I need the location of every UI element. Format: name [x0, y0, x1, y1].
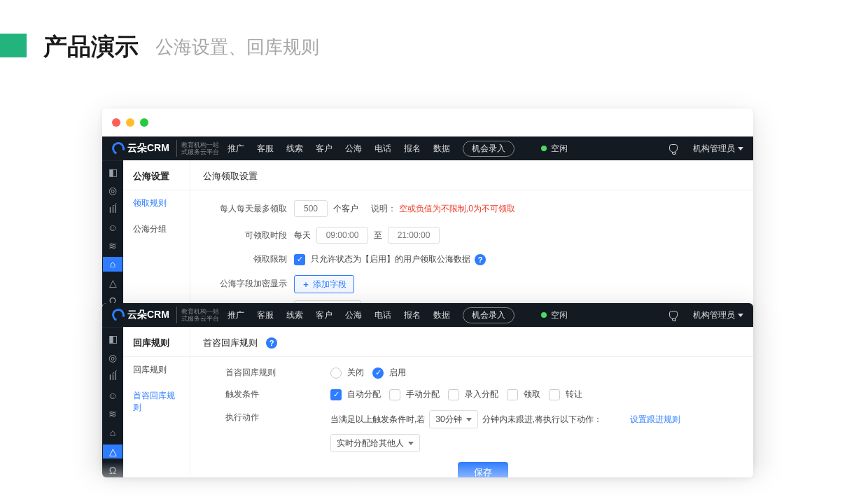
content-area-b: 首咨回库规则 ? 首咨回库规则 关闭 ✓ 启用 触发条	[190, 327, 753, 477]
check-transfer[interactable]: 转让	[549, 388, 582, 400]
nav-item-promotion[interactable]: 推广	[227, 309, 244, 321]
checkbox-restrict[interactable]: ✓	[294, 254, 305, 265]
input-time-to[interactable]	[388, 227, 440, 244]
opportunity-entry-button[interactable]: 机会录入	[463, 307, 514, 323]
brand-tagline-b: 教育机构一站 式服务云平台	[176, 307, 219, 323]
user-menu[interactable]: 机构管理员	[693, 309, 743, 321]
rail-icon-1[interactable]: ◧	[103, 332, 122, 346]
status-dot-icon	[541, 146, 547, 151]
label-trigger: 触发条件	[225, 388, 288, 400]
rail-icon-7-active[interactable]: △	[103, 444, 122, 459]
sidebar-b: 回库规则 回库规则 首咨回库规则	[123, 327, 190, 477]
nav-item-customers[interactable]: 客户	[316, 143, 332, 155]
rail-icon-2[interactable]: ◎	[103, 351, 122, 365]
sidebar-item-claim-rules[interactable]: 领取规则	[123, 190, 190, 216]
sidebar-item-first-consult[interactable]: 首咨回库规则	[123, 383, 190, 421]
status-text[interactable]: 空闲	[551, 143, 568, 155]
select-action[interactable]: 实时分配给其他人	[330, 434, 420, 452]
rail-icon-5[interactable]: ≋	[103, 407, 122, 421]
label-restrict: 领取限制	[203, 253, 294, 265]
rail-icon-3[interactable]: ıíĺ	[103, 370, 122, 384]
check-auto[interactable]: ✓自动分配	[330, 388, 381, 400]
link-follow-rules[interactable]: 设置跟进规则	[630, 414, 680, 426]
check-claim[interactable]: 领取	[507, 388, 540, 400]
rail-icon-7[interactable]: △	[103, 276, 122, 290]
sidebar: 公海设置 领取规则 公海分组	[123, 160, 190, 308]
select-timeout[interactable]: 30分钟	[429, 410, 477, 428]
action-sentence-1: 当满足以上触发条件时,若	[330, 414, 425, 426]
rail-icon-2[interactable]: ◎	[103, 183, 122, 197]
sidebar-title-b: 回库规则	[123, 327, 190, 357]
radio-on[interactable]: ✓ 启用	[372, 367, 406, 379]
nav-item-service[interactable]: 客服	[257, 143, 274, 155]
chevron-down-icon	[738, 314, 743, 317]
hint-limit: 说明：空或负值为不限制,0为不可领取	[371, 203, 515, 215]
sidebar-item-return-rules[interactable]: 回库规则	[123, 357, 190, 383]
nav-item-data[interactable]: 数据	[433, 309, 450, 321]
check-entry[interactable]: 录入分配	[448, 388, 498, 400]
input-time-from[interactable]	[316, 227, 368, 244]
chevron-down-icon	[408, 442, 414, 445]
chevron-down-icon	[738, 147, 743, 150]
nav-item-phone[interactable]: 电话	[374, 143, 391, 155]
rail-icon-3[interactable]: ıíĺ	[103, 202, 122, 216]
sidebar-title: 公海设置	[123, 160, 190, 190]
input-daily-limit[interactable]	[294, 200, 328, 217]
rail-icon-1[interactable]: ◧	[103, 165, 122, 179]
nav-item-service[interactable]: 客服	[257, 309, 274, 321]
brand-logo[interactable]: 云朵CRM	[112, 142, 169, 155]
radio-off-circle	[330, 368, 342, 379]
slide-title-band: 产品演示 公海设置、回库规则	[0, 31, 847, 63]
rail-icon-6[interactable]: ⌂	[103, 426, 122, 440]
zoom-dot-icon[interactable]	[140, 118, 148, 127]
bell-icon[interactable]	[669, 311, 678, 319]
rail-icon-5[interactable]: ≋	[103, 239, 122, 253]
time-mid: 至	[374, 230, 382, 241]
plus-icon: ＋	[302, 279, 310, 290]
rail-icon-4[interactable]: ☺	[103, 220, 122, 234]
radio-on-circle: ✓	[372, 368, 384, 379]
top-nav: 云朵CRM 教育机构一站 式服务云平台 推广 客服 线索 客户 公海 电话 报名…	[102, 136, 753, 160]
nav-item-publicsea[interactable]: 公海	[345, 143, 362, 155]
rail-icon-6-active[interactable]: ⌂	[103, 257, 122, 271]
status-text[interactable]: 空闲	[551, 309, 568, 321]
nav-item-phone[interactable]: 电话	[374, 309, 391, 321]
save-button[interactable]: 保存	[458, 462, 508, 477]
rail-icon-4[interactable]: ☺	[103, 388, 122, 402]
label-daily-limit: 每人每天最多领取	[203, 203, 294, 215]
brand-logo-b[interactable]: 云朵CRM	[112, 309, 169, 321]
nav-items: 推广 客服 线索 客户 公海 电话 报名 数据	[227, 143, 450, 155]
nav-item-promotion[interactable]: 推广	[227, 143, 244, 155]
help-icon[interactable]: ?	[475, 254, 486, 265]
opportunity-entry-button[interactable]: 机会录入	[463, 141, 514, 157]
nav-item-data[interactable]: 数据	[433, 143, 450, 155]
rail-icon-8[interactable]: Ω	[103, 463, 122, 477]
left-rail-b: ◧ ◎ ıíĺ ☺ ≋ ⌂ △ Ω	[102, 327, 123, 477]
radio-off[interactable]: 关闭	[330, 367, 364, 379]
nav-item-enroll[interactable]: 报名	[404, 143, 421, 155]
nav-item-leads[interactable]: 线索	[286, 309, 303, 321]
help-icon[interactable]: ?	[266, 337, 277, 349]
label-time-range: 可领取时段	[203, 230, 294, 241]
close-dot-icon[interactable]	[112, 118, 120, 127]
content-title: 公海领取设置	[190, 160, 753, 190]
action-sentence-2: 分钟内未跟进,将执行以下动作：	[482, 414, 602, 426]
sidebar-item-groups[interactable]: 公海分组	[123, 216, 190, 242]
restrict-text: 只允许状态为【启用】的用户领取公海数据	[311, 253, 470, 265]
minimize-dot-icon[interactable]	[126, 118, 134, 127]
nav-item-enroll[interactable]: 报名	[404, 309, 421, 321]
add-field-button[interactable]: ＋ 添加字段	[294, 275, 354, 293]
slide-title: 产品演示	[43, 31, 139, 63]
brand-tagline: 教育机构一站 式服务云平台	[176, 140, 219, 157]
user-menu[interactable]: 机构管理员	[693, 143, 743, 155]
window-public-sea-settings: 云朵CRM 教育机构一站 式服务云平台 推广 客服 线索 客户 公海 电话 报名…	[102, 108, 753, 308]
nav-item-publicsea[interactable]: 公海	[345, 309, 362, 321]
unit-customers: 个客户	[333, 203, 358, 215]
check-manual[interactable]: 手动分配	[389, 388, 440, 400]
cloud-swirl-icon	[110, 307, 127, 323]
bell-icon[interactable]	[669, 144, 678, 153]
status-dot-icon	[541, 312, 547, 318]
label-action: 执行动作	[225, 410, 288, 424]
nav-item-leads[interactable]: 线索	[286, 143, 303, 155]
nav-item-customers[interactable]: 客户	[316, 309, 332, 321]
